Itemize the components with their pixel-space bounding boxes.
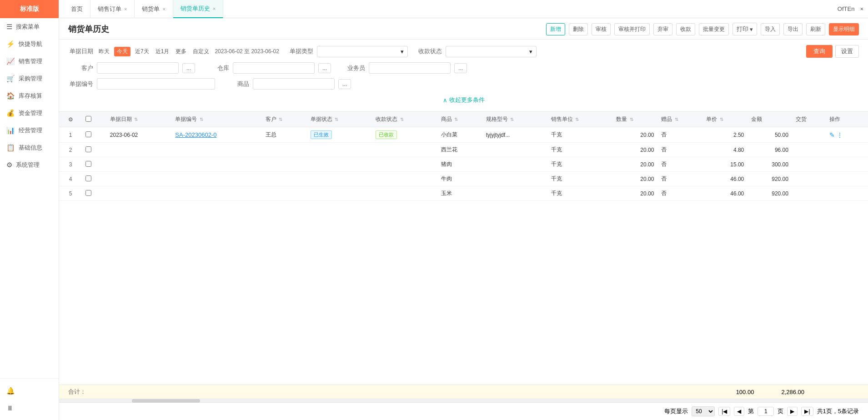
sidebar-item-label: 系统管理 <box>16 161 40 169</box>
sidebar-item-finance-mgmt[interactable]: 💰 资金管理 <box>0 105 59 122</box>
col-doc-status[interactable]: 单据状态 ⇅ <box>307 112 372 127</box>
page-input[interactable] <box>758 407 774 416</box>
prev-page-button[interactable]: ◀ <box>734 407 744 416</box>
row-checkbox[interactable] <box>82 127 106 143</box>
tab-sales-history[interactable]: 销货单历史 × <box>173 0 223 18</box>
sidebar-item-search-menu[interactable]: ☰ 搜索菜单 <box>0 18 59 35</box>
product-input[interactable] <box>253 78 335 90</box>
col-checkbox[interactable] <box>82 112 106 127</box>
tab-sales-delivery[interactable]: 销货单 × <box>135 0 173 18</box>
salesperson-ellipsis-button[interactable]: ... <box>454 63 467 73</box>
doc-no-link[interactable]: SA-20230602-0 <box>175 131 216 138</box>
batch-change-button[interactable]: 批量变更 <box>699 23 729 35</box>
date-tab-yesterday[interactable]: 昨天 <box>97 47 111 56</box>
topbar-close-icon[interactable]: × <box>860 5 863 12</box>
abandon-button[interactable]: 弃审 <box>653 23 672 35</box>
row-checkbox[interactable] <box>82 186 106 201</box>
warehouse-input[interactable] <box>233 62 315 74</box>
row-checkbox[interactable] <box>82 172 106 186</box>
new-button[interactable]: 新增 <box>546 23 565 35</box>
doc-no-filter-group: 单据编号 <box>68 78 215 90</box>
export-button[interactable]: 导出 <box>783 23 803 35</box>
col-doc-date[interactable]: 单据日期 ⇅ <box>106 112 172 127</box>
row-checkbox[interactable] <box>82 157 106 172</box>
row-product: 玉米 <box>437 186 482 201</box>
row-checkbox[interactable] <box>82 143 106 157</box>
warehouse-label: 仓库 <box>204 64 229 72</box>
first-page-button[interactable]: |◀ <box>718 407 730 416</box>
set-button[interactable]: 设置 <box>835 45 859 58</box>
sidebar-item-sales-mgmt[interactable]: 📈 销售管理 <box>0 53 59 70</box>
next-page-button[interactable]: ▶ <box>787 407 798 416</box>
sidebar-item-quick-nav[interactable]: ⚡ 快捷导航 <box>0 35 59 53</box>
doc-type-select[interactable]: ▾ <box>317 46 408 57</box>
edit-icon[interactable]: ✎ <box>829 131 835 139</box>
sidebar-item-basic-info[interactable]: 📋 基础信息 <box>0 139 59 156</box>
customer-ellipsis-button[interactable]: ... <box>182 63 195 73</box>
col-gift[interactable]: 赠品 ⇅ <box>657 112 702 127</box>
row-gift: 否 <box>657 143 702 157</box>
row-collect-status <box>372 157 437 172</box>
col-trade: 交货 <box>792 112 826 127</box>
audit-button[interactable]: 审核 <box>592 23 611 35</box>
collapse-button[interactable]: ∧ 收起更多条件 <box>68 94 859 106</box>
row-amount: 920.00 <box>748 172 792 186</box>
salesperson-input[interactable] <box>369 62 451 74</box>
tab-sales-delivery-close[interactable]: × <box>162 6 165 12</box>
salesperson-label: 业务员 <box>340 64 365 72</box>
tab-home[interactable]: 首页 <box>64 0 90 18</box>
col-spec-type[interactable]: 规格型号 ⇅ <box>482 112 547 127</box>
col-unit[interactable]: 销售单位 ⇅ <box>547 112 612 127</box>
tab-sales-order[interactable]: 销售订单 × <box>90 0 135 18</box>
scrollbar-thumb[interactable] <box>132 399 200 403</box>
product-ellipsis-button[interactable]: ... <box>338 79 351 89</box>
col-collect-status[interactable]: 收款状态 ⇅ <box>372 112 437 127</box>
col-qty[interactable]: 数量 ⇅ <box>612 112 657 127</box>
search-actions: 查询 设置 <box>806 45 859 58</box>
horizontal-scrollbar[interactable] <box>59 399 868 402</box>
sidebar: 标准版 ☰ 搜索菜单 ⚡ 快捷导航 📈 销售管理 🛒 采购管理 🏠 库存核算 💰… <box>0 0 59 420</box>
delete-button[interactable]: 删除 <box>569 23 588 35</box>
per-page-label: 每页显示 <box>664 407 688 415</box>
tab-sales-order-close[interactable]: × <box>124 6 127 12</box>
col-settings[interactable]: ⚙ <box>59 112 82 127</box>
sidebar-item-purchase-mgmt[interactable]: 🛒 采购管理 <box>0 70 59 87</box>
row-trade <box>792 186 826 201</box>
audit-print-button[interactable]: 审核并打印 <box>614 23 650 35</box>
sidebar-item-sys-mgmt[interactable]: ⚙ 系统管理 <box>0 156 59 174</box>
col-customer[interactable]: 客户 ⇅ <box>262 112 307 127</box>
col-doc-no[interactable]: 单据编号 ⇅ <box>171 112 262 127</box>
col-unit-price[interactable]: 单价 ⇅ <box>702 112 748 127</box>
sidebar-pause[interactable]: ⏸ <box>0 400 59 416</box>
row-actions: ✎⋮ <box>826 127 868 143</box>
collect-button[interactable]: 收款 <box>676 23 695 35</box>
row-num: 3 <box>59 157 82 172</box>
more-icon[interactable]: ⋮ <box>837 131 843 139</box>
col-product[interactable]: 商品 ⇅ <box>437 112 482 127</box>
date-tab-today[interactable]: 今天 <box>114 47 130 56</box>
finance-icon: 💰 <box>6 109 15 117</box>
sidebar-item-label: 资金管理 <box>19 109 42 117</box>
date-tab-1month[interactable]: 近1月 <box>154 47 171 56</box>
date-tab-7days[interactable]: 近7天 <box>133 47 151 56</box>
import-button[interactable]: 导入 <box>761 23 780 35</box>
search-button[interactable]: 查询 <box>806 45 833 58</box>
date-tab-more[interactable]: 更多 <box>174 47 188 56</box>
date-tab-custom[interactable]: 自定义 <box>191 47 211 56</box>
refresh-button[interactable]: 刷新 <box>806 23 825 35</box>
per-page-select[interactable]: 50 100 200 <box>692 406 715 416</box>
sidebar-item-label: 经营管理 <box>19 126 42 135</box>
show-detail-button[interactable]: 显示明细 <box>829 23 859 35</box>
tab-sales-history-close[interactable]: × <box>213 6 216 11</box>
sidebar-notification[interactable]: 🔔 <box>0 382 59 400</box>
select-all-checkbox[interactable] <box>85 116 91 122</box>
doc-no-input[interactable] <box>97 78 215 90</box>
print-button[interactable]: 打印 ▾ <box>733 23 757 35</box>
customer-input[interactable] <box>97 62 179 74</box>
last-page-button[interactable]: ▶| <box>801 407 813 416</box>
sidebar-item-ops-mgmt[interactable]: 📊 经营管理 <box>0 122 59 139</box>
collect-status-select[interactable]: ▾ <box>446 46 537 57</box>
sidebar-item-inventory[interactable]: 🏠 库存核算 <box>0 87 59 105</box>
row-actions <box>826 143 868 157</box>
warehouse-ellipsis-button[interactable]: ... <box>318 63 331 73</box>
